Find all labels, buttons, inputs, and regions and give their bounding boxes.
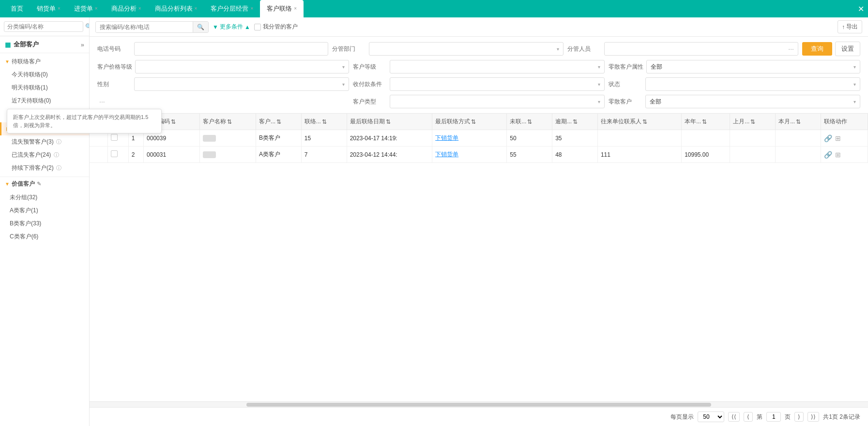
my-customers-checkbox[interactable]: 我分管的客户: [254, 23, 298, 31]
last-page-button[interactable]: ⟩⟩: [807, 412, 819, 422]
prev-page-button[interactable]: ⟨: [744, 412, 753, 422]
nav-window-close[interactable]: ✕: [858, 4, 864, 14]
price-arrow-icon: ▾: [342, 64, 345, 70]
horizontal-scrollbar[interactable]: [90, 401, 868, 407]
export-button[interactable]: ↑ 导出: [838, 20, 862, 33]
main-search-button[interactable]: 🔍: [193, 22, 208, 32]
row-lastmethod-cell[interactable]: 下销货单: [432, 147, 507, 163]
nav-analysis-close[interactable]: ×: [138, 0, 141, 17]
col-lastdate-header[interactable]: 最后联络日期⇅: [347, 114, 432, 130]
info-icon-churned[interactable]: ⓘ: [54, 152, 59, 158]
sidebar-c-class[interactable]: C类客户(6): [0, 230, 89, 243]
row-checkbox-cell[interactable]: [107, 147, 128, 163]
row-checkbox[interactable]: [111, 150, 118, 157]
customer-type-select[interactable]: ▾: [390, 95, 605, 108]
last-method-link[interactable]: 下销货单: [435, 151, 458, 158]
col-type-header[interactable]: 客户...⇅: [256, 114, 302, 130]
sidebar-all-customers-header[interactable]: ▦ 全部客户 »: [0, 36, 89, 53]
first-page-button[interactable]: ⟨⟨: [728, 412, 740, 422]
sidebar-search-input[interactable]: [4, 21, 83, 32]
status-select[interactable]: ▾: [645, 77, 860, 91]
nav-analysis[interactable]: 商品分析 ×: [105, 0, 148, 17]
nav-customer-tier-close[interactable]: ×: [250, 0, 253, 17]
sidebar-7day-pending[interactable]: 近7天待联络(0): [0, 94, 89, 107]
payment-select[interactable]: ▾: [390, 77, 605, 91]
sidebar-b-class[interactable]: B类客户(33): [0, 217, 89, 230]
more-conditions-button[interactable]: ▼ 更多条件 ▲: [213, 23, 250, 31]
retail-attr-select[interactable]: 全部 ▾: [646, 60, 860, 73]
sidebar-a-class[interactable]: A类客户(1): [0, 204, 89, 217]
next-page-button[interactable]: ⟩: [794, 412, 804, 422]
col-lastmethod-header[interactable]: 最后联络方式⇅: [432, 114, 507, 130]
gender-select[interactable]: ▾: [134, 77, 349, 91]
row-lastmethod-cell[interactable]: 下销货单: [432, 130, 507, 147]
col-contactperson-header[interactable]: 往来单位联系人⇅: [597, 114, 681, 130]
col-lastmonth-header[interactable]: 上月...⇅: [730, 114, 776, 130]
table-row: 1 000039 B类客户 15 2023-04-17 14:19: 下销货单 …: [90, 130, 868, 147]
nav-analysis-list[interactable]: 商品分析列表 ×: [148, 0, 204, 17]
row4-dots[interactable]: ···: [99, 98, 105, 105]
price-level-select[interactable]: ▾: [135, 60, 349, 73]
info-icon-churn[interactable]: ⓘ: [56, 139, 61, 145]
nav-purchase[interactable]: 进货单 ×: [67, 0, 105, 17]
level-arrow-icon: ▾: [598, 64, 600, 70]
pending-section-title[interactable]: ▼ 待联络客户: [0, 55, 89, 68]
action-link-icon[interactable]: 🔗: [824, 134, 832, 142]
sidebar-churned[interactable]: 已流失客户(24) ⓘ: [0, 148, 89, 162]
retail-select[interactable]: 全部 ▾: [645, 95, 860, 108]
row-checkbox[interactable]: [111, 134, 118, 141]
col-overdue-header[interactable]: 逾期...⇅: [552, 114, 598, 130]
action-qr-icon[interactable]: ⊞: [835, 151, 841, 159]
sidebar-ungroup[interactable]: 未分组(32): [0, 191, 89, 204]
current-page-input[interactable]: [766, 412, 781, 422]
dept-select[interactable]: ▾: [369, 42, 563, 56]
nav-purchase-close[interactable]: ×: [95, 0, 98, 17]
scroll-thumb[interactable]: [246, 403, 711, 407]
nav-sales-close[interactable]: ×: [58, 0, 61, 17]
payment-arrow-icon: ▾: [598, 82, 600, 87]
sort-ty-icon: ⇅: [702, 118, 707, 125]
nav-customer-contact-close[interactable]: ×: [294, 0, 297, 17]
sidebar-churn-warning[interactable]: 流失预警客户(3) ⓘ: [0, 135, 89, 148]
filter-row-3: 性别 ▾ 收付款条件 ▾ 状态: [97, 77, 860, 91]
value-edit-icon[interactable]: ✎: [37, 181, 41, 187]
person-select[interactable]: ···: [604, 42, 798, 56]
nav-home[interactable]: 首页: [4, 0, 30, 17]
value-customers-group: ▼ 价值客户 ✎ 未分组(32) A类客户(1) B类客户(33) C类客户(6…: [0, 176, 89, 243]
sidebar-collapse-icon[interactable]: »: [81, 41, 84, 48]
query-button[interactable]: 查询: [802, 42, 832, 56]
phone-input[interactable]: [134, 42, 328, 56]
setting-button[interactable]: 设置: [835, 42, 860, 56]
nav-customer-contact[interactable]: 客户联络 ×: [260, 0, 304, 17]
main-search-input[interactable]: [96, 22, 193, 32]
col-unpaid-header[interactable]: 未联...⇅: [507, 114, 552, 130]
person-filter: 分管人员 ···: [567, 42, 798, 56]
col-thismonth-header[interactable]: 本月...⇅: [776, 114, 821, 130]
page-size-select[interactable]: 50 100 200: [698, 411, 724, 422]
more-cond-arrow: ▲: [244, 24, 250, 30]
action-qr-icon[interactable]: ⊞: [835, 134, 841, 142]
col-actions-header: 联络动作: [821, 114, 868, 130]
customer-name-blurred: [203, 151, 216, 158]
sidebar-declining[interactable]: 持续下滑客户(2) ⓘ: [0, 162, 89, 175]
sidebar-today-pending[interactable]: 今天待联络(0): [0, 68, 89, 81]
sort-date-icon: ⇅: [386, 118, 391, 125]
row-thismonth-cell: [776, 130, 821, 147]
phone-filter: 电话号码: [97, 42, 328, 56]
sort-cp-icon: ⇅: [642, 118, 647, 125]
level-select[interactable]: ▾: [390, 60, 605, 73]
col-name-header[interactable]: 客户名称⇅: [200, 114, 256, 130]
action-link-icon[interactable]: 🔗: [824, 151, 832, 159]
nav-customer-tier[interactable]: 客户分层经营 ×: [204, 0, 260, 17]
col-thisyear-header[interactable]: 本年...⇅: [682, 114, 730, 130]
person-dots-icon[interactable]: ···: [788, 45, 794, 53]
last-method-link[interactable]: 下销货单: [435, 134, 458, 141]
nav-sales[interactable]: 销货单 ×: [30, 0, 67, 17]
sidebar-search-icon[interactable]: 🔍: [85, 23, 90, 30]
value-group-header[interactable]: ▼ 价值客户 ✎: [0, 177, 89, 191]
nav-analysis-list-close[interactable]: ×: [195, 0, 198, 17]
my-customers-check-icon[interactable]: [254, 24, 261, 30]
col-contact-header[interactable]: 联络...⇅: [301, 114, 347, 130]
sidebar-tomorrow-pending[interactable]: 明天待联络(1): [0, 81, 89, 94]
info-icon-declining[interactable]: ⓘ: [56, 165, 61, 171]
